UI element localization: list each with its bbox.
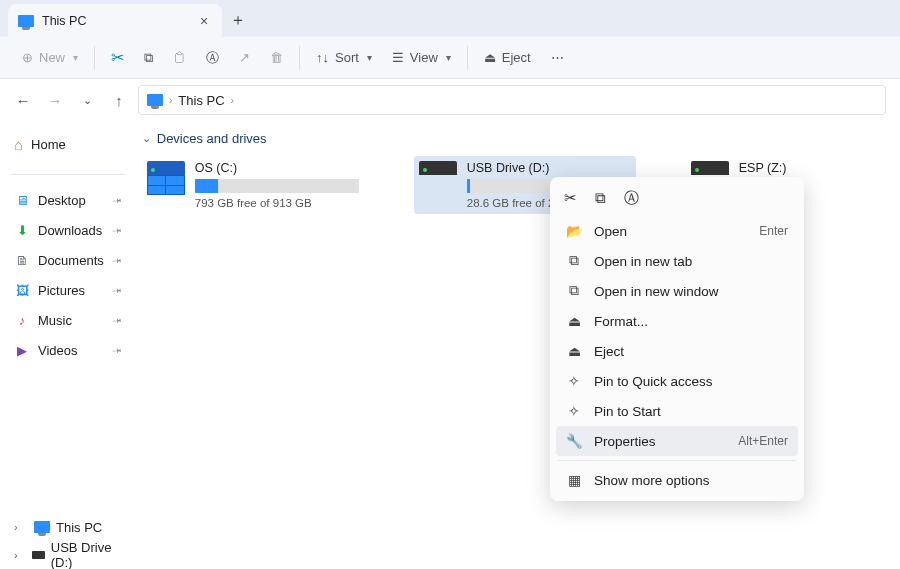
eject-icon: ⏏ xyxy=(566,343,582,359)
share-icon: ↗ xyxy=(239,50,250,65)
more-icon: ▦ xyxy=(566,472,582,488)
cut-icon[interactable]: ✂ xyxy=(564,189,577,208)
ctx-properties[interactable]: 🔧 Properties Alt+Enter xyxy=(556,426,798,456)
up-button[interactable]: ↑ xyxy=(110,92,128,109)
sidebar-item-label: Pictures xyxy=(38,283,85,298)
delete-button[interactable]: 🗑︎ xyxy=(262,42,291,74)
sidebar-item-videos[interactable]: ▶ Videos 📌︎ xyxy=(10,335,126,365)
cut-icon: ✂ xyxy=(111,48,124,67)
sort-button[interactable]: ↑↓ Sort ▾ xyxy=(308,42,380,74)
drive-icon xyxy=(147,161,185,195)
back-button[interactable]: ← xyxy=(14,92,32,109)
close-icon[interactable]: × xyxy=(196,13,212,29)
ctx-open[interactable]: 📂 Open Enter xyxy=(556,216,798,246)
newtab-icon: ⧉ xyxy=(566,253,582,269)
videos-icon: ▶ xyxy=(14,343,30,358)
context-icon-row: ✂ ⧉ Ⓐ xyxy=(556,183,798,216)
ctx-show-more-options[interactable]: ▦ Show more options xyxy=(556,465,798,495)
copy-icon: ⧉ xyxy=(144,50,153,66)
view-label: View xyxy=(410,50,438,65)
ctx-open-in-new-window[interactable]: ⧉ Open in new window xyxy=(556,276,798,306)
sidebar-item-label: Music xyxy=(38,313,72,328)
eject-button[interactable]: ⏏ Eject xyxy=(476,42,539,74)
ctx-open-in-new-tab[interactable]: ⧉ Open in new tab xyxy=(556,246,798,276)
copy-button[interactable]: ⧉ xyxy=(136,42,161,74)
ctx-pin-to-quick-access[interactable]: ✧ Pin to Quick access xyxy=(556,366,798,396)
pin-icon[interactable]: 📌︎ xyxy=(109,223,124,238)
tree-label: USB Drive (D:) xyxy=(51,540,122,569)
context-menu: ✂ ⧉ Ⓐ 📂 Open Enter⧉ Open in new tab ⧉ Op… xyxy=(550,177,804,501)
chevron-right-icon: › xyxy=(169,95,172,106)
path-segment[interactable]: This PC xyxy=(178,93,224,108)
format-icon: ⏏ xyxy=(566,313,582,329)
more-icon: ⋯ xyxy=(551,50,564,65)
chevron-right-icon[interactable]: › xyxy=(14,521,28,533)
rename-icon[interactable]: Ⓐ xyxy=(624,189,639,208)
chevron-down-icon[interactable]: ⌄ xyxy=(142,132,151,145)
cut-button[interactable]: ✂ xyxy=(103,42,132,74)
view-icon: ☰ xyxy=(392,50,404,65)
new-label: New xyxy=(39,50,65,65)
tab-title: This PC xyxy=(42,14,188,28)
pin-icon[interactable]: 📌︎ xyxy=(109,313,124,328)
new-tab-button[interactable]: ＋ xyxy=(222,4,254,37)
drive-free-text: 793 GB free of 913 GB xyxy=(195,197,359,209)
forward-button[interactable]: → xyxy=(46,92,64,109)
tree-item-this-pc[interactable]: › This PC xyxy=(10,513,126,541)
rename-button[interactable]: Ⓐ xyxy=(198,42,227,74)
new-button[interactable]: ⊕ New ▾ xyxy=(14,42,86,74)
more-button[interactable]: ⋯ xyxy=(543,42,572,74)
pin-icon[interactable]: 📌︎ xyxy=(109,343,124,358)
drive-name: USB Drive (D:) xyxy=(467,161,631,175)
eject-icon: ⏏ xyxy=(484,50,496,65)
tab-this-pc[interactable]: This PC × xyxy=(8,4,222,37)
sort-label: Sort xyxy=(335,50,359,65)
sidebar-item-label: Home xyxy=(31,137,66,152)
recent-button[interactable]: ⌄ xyxy=(78,94,96,107)
pin-icon[interactable]: 📌︎ xyxy=(109,283,124,298)
tree-item-usb-drive[interactable]: › USB Drive (D:) xyxy=(10,541,126,569)
ctx-label: Pin to Quick access xyxy=(594,374,713,389)
ctx-shortcut: Alt+Enter xyxy=(738,434,788,448)
drive-name: OS (C:) xyxy=(195,161,359,175)
rename-icon: Ⓐ xyxy=(206,49,219,67)
sidebar-item-label: Downloads xyxy=(38,223,102,238)
ctx-format-[interactable]: ⏏ Format... xyxy=(556,306,798,336)
desktop-icon: 🖥 xyxy=(14,193,30,208)
tree-label: This PC xyxy=(56,520,102,535)
pin-icon: ✧ xyxy=(566,403,582,419)
drive-os--c--[interactable]: OS (C:) 793 GB free of 913 GB xyxy=(142,156,364,214)
chevron-right-icon[interactable]: › xyxy=(14,549,26,561)
ctx-pin-to-start[interactable]: ✧ Pin to Start xyxy=(556,396,798,426)
sidebar-tree: › This PC › USB Drive (D:) xyxy=(0,513,130,569)
path-bar[interactable]: › This PC › xyxy=(138,85,886,115)
group-header[interactable]: ⌄ Devices and drives xyxy=(142,131,900,146)
sidebar-item-documents[interactable]: 🗎 Documents 📌︎ xyxy=(10,245,126,275)
pc-icon xyxy=(18,15,34,27)
ctx-label: Properties xyxy=(594,434,656,449)
copy-icon[interactable]: ⧉ xyxy=(595,189,606,208)
sidebar-item-label: Desktop xyxy=(38,193,86,208)
ctx-label: Open in new tab xyxy=(594,254,692,269)
share-button[interactable]: ↗ xyxy=(231,42,258,74)
paste-button[interactable]: 📋︎ xyxy=(165,42,194,74)
downloads-icon: ⬇ xyxy=(14,223,30,238)
nav-buttons: ← → ⌄ ↑ xyxy=(14,92,128,109)
sidebar-item-music[interactable]: ♪ Music 📌︎ xyxy=(10,305,126,335)
sort-icon: ↑↓ xyxy=(316,50,329,65)
sidebar-item-pictures[interactable]: 🖼 Pictures 📌︎ xyxy=(10,275,126,305)
eject-label: Eject xyxy=(502,50,531,65)
sidebar-item-downloads[interactable]: ⬇ Downloads 📌︎ xyxy=(10,215,126,245)
music-icon: ♪ xyxy=(14,313,30,328)
drive-icon xyxy=(32,551,45,559)
pin-icon[interactable]: 📌︎ xyxy=(109,253,124,268)
pin-icon[interactable]: 📌︎ xyxy=(109,193,124,208)
sidebar-item-desktop[interactable]: 🖥 Desktop 📌︎ xyxy=(10,185,126,215)
sidebar-item-home[interactable]: ⌂ Home xyxy=(10,129,126,159)
view-button[interactable]: ☰ View ▾ xyxy=(384,42,459,74)
titlebar: This PC × ＋ xyxy=(0,0,900,37)
ctx-label: Show more options xyxy=(594,473,710,488)
pc-icon xyxy=(147,94,163,106)
ctx-eject[interactable]: ⏏ Eject xyxy=(556,336,798,366)
home-icon: ⌂ xyxy=(14,136,23,153)
